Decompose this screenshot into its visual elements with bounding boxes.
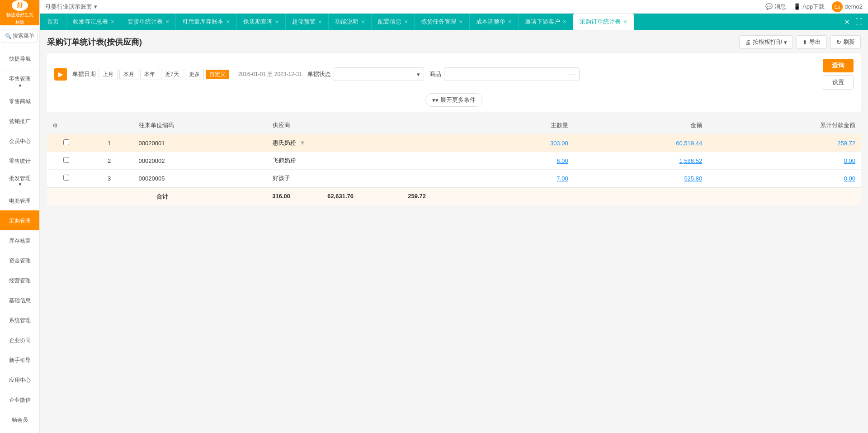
- print-icon: 🖨: [745, 39, 751, 46]
- sidebar-item-wholesale[interactable]: 批发管理 ▼: [0, 171, 39, 190]
- sidebar-item-basic-info[interactable]: 基础信息: [0, 290, 39, 310]
- expand-icon: ▾▾: [432, 97, 439, 104]
- sidebar-item-retail[interactable]: 零售管理 ▲: [0, 71, 39, 91]
- row-paid-2[interactable]: 0.00: [708, 152, 861, 170]
- sidebar-item-purchase[interactable]: 采购管理: [0, 210, 39, 230]
- footer-check-cell: [47, 188, 65, 205]
- sidebar-item-inventory[interactable]: 库存核算: [0, 230, 39, 250]
- message-button[interactable]: 💬 消息: [765, 3, 786, 11]
- tab-close-icon[interactable]: ×: [459, 18, 462, 25]
- sidebar-item-system[interactable]: 系统管理: [0, 310, 39, 330]
- row-code-2: 00020002: [133, 152, 267, 170]
- tab-pick-task[interactable]: 拣货任务管理 ×: [415, 14, 469, 30]
- row-check-3[interactable]: [47, 170, 85, 187]
- tab-close-icon[interactable]: ×: [623, 18, 627, 25]
- sidebar-item-app-center[interactable]: 应用中心: [0, 370, 39, 390]
- status-select[interactable]: ▾: [334, 67, 424, 81]
- date-btn-last-month[interactable]: 上月: [99, 69, 118, 80]
- sidebar-item-vip[interactable]: 畅会员: [0, 409, 39, 429]
- tab-close-icon[interactable]: ×: [508, 18, 512, 25]
- tab-overstock[interactable]: 超储预警 ×: [286, 14, 329, 30]
- filter-date-item: 单据日期 上月 本月 本年 近7天 更多 自定义: [72, 69, 229, 80]
- gear-icon[interactable]: ⚙: [52, 122, 58, 129]
- footer-paid-cell: 259.72: [359, 188, 431, 205]
- tab-close-icon[interactable]: ×: [111, 18, 114, 25]
- status-filter-label: 单据状态: [307, 70, 331, 78]
- refresh-button[interactable]: ↻ 刷新: [830, 35, 861, 49]
- tab-close-icon[interactable]: ×: [226, 18, 230, 25]
- export-button[interactable]: ⬆ 导出: [797, 35, 827, 49]
- row-supplier-1: 惠氏奶粉 ▼: [267, 134, 459, 152]
- date-btn-this-year[interactable]: 本年: [140, 69, 159, 80]
- goods-select[interactable]: ···: [444, 67, 580, 81]
- tab-close-icon[interactable]: ×: [404, 18, 408, 25]
- sidebar-item-shortcut[interactable]: 快捷导航: [0, 49, 39, 69]
- refresh-label: 刷新: [843, 38, 855, 46]
- maximize-tab-button[interactable]: ⛶: [854, 16, 864, 28]
- filter-toggle-button[interactable]: ▶: [54, 68, 67, 81]
- tab-home[interactable]: 首页: [40, 14, 66, 30]
- tab-close-icon[interactable]: ×: [563, 18, 566, 25]
- tab-warranty-label: 保质期查询: [243, 18, 273, 26]
- table-row: 1 00020001 惠氏奶粉 ▼ 303.00 60,519.44 259.7…: [47, 134, 861, 152]
- tab-cost-adjust[interactable]: 成本调整单 ×: [470, 14, 519, 30]
- tab-close-icon[interactable]: ×: [275, 18, 279, 25]
- sidebar-item-operations[interactable]: 经营管理: [0, 270, 39, 290]
- row-amount-3[interactable]: 525.80: [574, 170, 708, 187]
- app-download-button[interactable]: 📱 App下载: [793, 3, 825, 11]
- expand-filter-button[interactable]: ▾▾ 展开更多条件: [425, 93, 482, 107]
- sidebar-item-ecommerce[interactable]: 电商管理: [0, 190, 39, 210]
- tab-close-icon[interactable]: ×: [165, 18, 169, 25]
- sidebar-item-member[interactable]: 会员中心: [0, 131, 39, 151]
- checkbox-3[interactable]: [63, 175, 69, 181]
- checkbox-2[interactable]: [63, 157, 69, 163]
- sidebar-item-retail-shop[interactable]: 零售商城: [0, 91, 39, 111]
- row-qty-1[interactable]: 303.00: [459, 134, 574, 152]
- sidebar-item-marketing[interactable]: 营销推广: [0, 111, 39, 131]
- settings-button[interactable]: 设置: [823, 75, 854, 90]
- print-button[interactable]: 🖨 按模板打印 ▾: [739, 35, 793, 49]
- export-label: 导出: [809, 38, 821, 46]
- workspace-name: 母婴行业演示账套: [45, 3, 92, 11]
- expand-row-icon[interactable]: ▼: [300, 139, 306, 146]
- search-menu-button[interactable]: 🔍 搜索菜单: [2, 29, 38, 43]
- tab-config-info[interactable]: 配置信息 ×: [372, 14, 415, 30]
- sidebar-item-finance[interactable]: 资金管理: [0, 250, 39, 270]
- expand-label: 展开更多条件: [440, 96, 476, 104]
- user-menu[interactable]: Ea demo2: [832, 1, 863, 12]
- workspace-selector[interactable]: 母婴行业演示账套 ▾: [45, 3, 97, 11]
- row-paid-1[interactable]: 259.72: [708, 134, 861, 152]
- col-code-header: 往来单位编码: [133, 117, 267, 134]
- tab-function-desc[interactable]: 功能说明 ×: [329, 14, 372, 30]
- sidebar-item-retail-stats[interactable]: 零售统计: [0, 151, 39, 171]
- date-btn-7days[interactable]: 近7天: [161, 69, 183, 80]
- sidebar-item-wechat[interactable]: 企业微信: [0, 390, 39, 409]
- tab-invite-downstream[interactable]: 邀请下游客户 ×: [519, 14, 573, 30]
- tab-available-stock[interactable]: 可用量库存账本 ×: [176, 14, 236, 30]
- query-button[interactable]: 查询: [823, 59, 854, 72]
- checkbox-1[interactable]: [63, 139, 69, 145]
- row-qty-3[interactable]: 7.00: [459, 170, 574, 187]
- sidebar-item-newbie[interactable]: 新手引导: [0, 350, 39, 370]
- date-btn-more[interactable]: 更多: [185, 69, 204, 80]
- date-btn-this-month[interactable]: 本月: [119, 69, 138, 80]
- tab-purchase-summary[interactable]: 采购订单统计表 ×: [573, 14, 634, 30]
- row-check-1[interactable]: [47, 134, 85, 152]
- row-amount-2[interactable]: 1,586.52: [574, 152, 708, 170]
- sidebar: 好 畅捷通好生意 标版 🔍 搜索菜单 快捷导航 零售管理 ▲ 零售商城 营销推广…: [0, 0, 40, 433]
- row-amount-1[interactable]: 60,519.44: [574, 134, 708, 152]
- tab-receive-summary[interactable]: 收发存汇总表 ×: [66, 14, 121, 30]
- row-paid-3[interactable]: 0.00: [708, 170, 861, 187]
- chevron-right-icon: ▼: [18, 182, 23, 187]
- tab-close-icon[interactable]: ×: [318, 18, 322, 25]
- message-icon: 💬: [765, 3, 773, 10]
- page-title: 采购订单统计表(按供应商): [47, 37, 142, 48]
- tab-close-icon[interactable]: ×: [361, 18, 365, 25]
- main-area: 母婴行业演示账套 ▾ 💬 消息 📱 App下载 Ea demo2 首页 收发存汇…: [40, 0, 868, 433]
- tab-order-summary[interactable]: 要货单统计表 ×: [121, 14, 176, 30]
- close-tab-button[interactable]: ✕: [842, 16, 852, 28]
- row-qty-2[interactable]: 6.00: [459, 152, 574, 170]
- sidebar-item-cooperation[interactable]: 企业协同: [0, 330, 39, 350]
- row-check-2[interactable]: [47, 152, 85, 170]
- tab-warranty[interactable]: 保质期查询 ×: [237, 14, 286, 30]
